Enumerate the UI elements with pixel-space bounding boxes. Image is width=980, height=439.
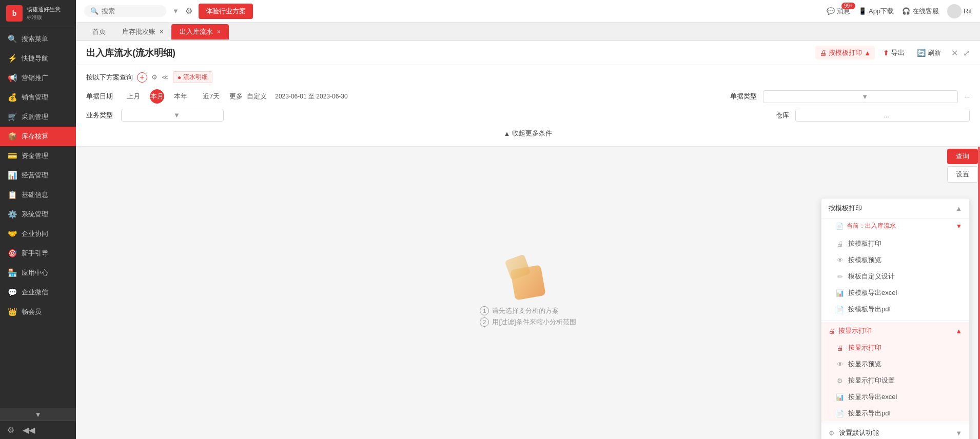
close-stock-flow-tab-icon[interactable]: × xyxy=(217,28,221,35)
collapse-sidebar-icon[interactable]: ◀◀ xyxy=(23,425,35,435)
dropdown-header: 按模板打印 ▲ xyxy=(821,198,969,218)
filter-tag-label: 流水明细 xyxy=(183,73,208,82)
filter-add-button[interactable]: + xyxy=(137,72,147,83)
sidebar-item-marketing[interactable]: 📢 营销推广 xyxy=(0,68,76,88)
display-print-icon: 🖨 xyxy=(829,327,835,335)
tab-stock-flow[interactable]: 出入库流水 × xyxy=(171,24,229,39)
date-custom-link[interactable]: 自定义 xyxy=(247,92,267,101)
business-label: 业务类型 xyxy=(86,111,113,120)
print-arrow-up-icon: ▲ xyxy=(864,49,871,57)
sidebar-item-label: 企业协同 xyxy=(22,229,48,238)
sidebar-item-vip[interactable]: 👑 畅会员 xyxy=(0,302,76,322)
current-template-item[interactable]: 📄 当前：出入库流水 ▼ xyxy=(821,218,969,233)
basics-icon: 📋 xyxy=(7,190,17,199)
username-label: Rit xyxy=(964,7,972,15)
sidebar-item-sales[interactable]: 💰 销售管理 xyxy=(0,88,76,107)
tab-home[interactable]: 首页 xyxy=(84,24,114,39)
sidebar-item-management[interactable]: 📊 经营管理 xyxy=(0,166,76,185)
filter-settings-button[interactable]: 设置 xyxy=(947,166,978,183)
topbar-gear-icon[interactable]: ⚙ xyxy=(185,6,192,16)
excel-display-option[interactable]: 📊 按显示导出excel xyxy=(821,389,969,405)
filter-tag-icon: ● xyxy=(178,74,181,81)
search-icon: 🔍 xyxy=(90,7,99,15)
sidebar-item-purchase[interactable]: 🛒 采购管理 xyxy=(0,107,76,127)
pdf-display-option[interactable]: 📄 按显示导出pdf xyxy=(821,405,969,422)
design-template-option[interactable]: ✏ 模板自定义设计 xyxy=(821,268,969,285)
sidebar-item-inventory[interactable]: 📦 库存核算 xyxy=(0,127,76,146)
sidebar-item-wxwork[interactable]: 💬 企业微信 xyxy=(0,283,76,302)
collapse-conditions-button[interactable]: ▲ 收起更多条件 xyxy=(498,127,559,140)
logo-icon: b xyxy=(6,5,23,22)
type-select-arrow-icon: ▼ xyxy=(861,93,952,101)
filter-business-row: 业务类型 ▼ 仓库 ... xyxy=(86,109,970,122)
preview-display-option[interactable]: 👁 按显示预览 xyxy=(821,356,969,372)
step2-text: 用[过滤]条件来缩小分析范围 xyxy=(492,317,576,327)
warehouse-select[interactable]: ... xyxy=(795,109,970,122)
settings-display-option[interactable]: ⚙ 按显示打印设置 xyxy=(821,372,969,389)
print-display-icon: 🖨 xyxy=(836,344,844,352)
close-inventory-batch-tab-icon[interactable]: × xyxy=(160,28,163,35)
date-btn-this-year[interactable]: 本年 xyxy=(168,90,193,103)
print-template-option[interactable]: 🖨 按模板打印 xyxy=(821,235,969,252)
filter-area: 按以下方案查询 + ⚙ ≪ ● 流水明细 单据日期 上月 本月 本年 近7天 更… xyxy=(76,65,980,147)
export-excel-template-option[interactable]: 📊 按模板导出excel xyxy=(821,285,969,301)
warehouse-more-icon[interactable]: ... xyxy=(884,111,964,119)
company-name: 畅捷通好生意 xyxy=(27,6,61,13)
sidebar-item-collab[interactable]: 🤝 企业协同 xyxy=(0,224,76,244)
print-template-button[interactable]: 🖨 按模板打印 ▲ xyxy=(815,46,875,59)
user-profile[interactable]: Rit xyxy=(947,4,972,18)
filter-settings-icon[interactable]: ⚙ xyxy=(151,73,158,81)
sidebar-item-guide[interactable]: 🎯 新手引导 xyxy=(0,244,76,263)
dropdown-collapse-icon[interactable]: ▲ xyxy=(955,205,962,212)
pdf-template-label: 按模板导出pdf xyxy=(848,305,891,314)
date-more-link[interactable]: 更多 xyxy=(229,92,243,101)
user-avatar xyxy=(947,4,962,18)
sidebar-item-quicknav[interactable]: ⚡ 快捷导航 xyxy=(0,49,76,68)
print-display-option[interactable]: 🖨 按显示打印 xyxy=(821,340,969,356)
export-pdf-template-option[interactable]: 📄 按模板导出pdf xyxy=(821,301,969,317)
preview-template-icon: 👁 xyxy=(836,256,844,264)
expand-panel-icon[interactable]: ⤢ xyxy=(963,48,970,58)
cta-button[interactable]: 体验行业方案 xyxy=(199,4,253,19)
close-panel-icon[interactable]: ✕ xyxy=(951,48,958,58)
inventory-batch-tab-label: 库存批次账 xyxy=(122,27,155,36)
filter-collapse-icon[interactable]: ≪ xyxy=(162,73,169,81)
tab-inventory-batch[interactable]: 库存批次账 × xyxy=(114,24,171,39)
date-btn-last-month[interactable]: 上月 xyxy=(121,90,146,103)
business-select[interactable]: ▼ xyxy=(121,109,224,122)
search-dropdown-icon[interactable]: ▼ xyxy=(172,7,179,15)
query-button[interactable]: 查询 xyxy=(947,149,978,164)
search-input[interactable] xyxy=(102,7,153,15)
settings-bottom-icon[interactable]: ⚙ xyxy=(7,425,14,435)
sidebar-scroll-down[interactable]: ▼ xyxy=(0,408,76,421)
refresh-button[interactable]: 🔄 刷新 xyxy=(913,46,945,59)
display-section-header[interactable]: 🖨 按显示打印 ▲ xyxy=(821,322,969,340)
collapse-label: 收起更多条件 xyxy=(512,129,552,138)
dropdown-title: 按模板打印 xyxy=(829,204,862,213)
message-button[interactable]: 💬 消息 99+ xyxy=(827,7,850,16)
stock-flow-tab-label: 出入库流水 xyxy=(180,27,213,36)
sidebar-item-appcenter[interactable]: 🏪 应用中心 xyxy=(0,263,76,283)
sidebar-item-basics[interactable]: 📋 基础信息 xyxy=(0,185,76,205)
current-template-icon: 📄 xyxy=(836,223,844,230)
filter-type-section: 单据类型 ▼ ··· xyxy=(730,90,970,103)
date-btn-this-month[interactable]: 本月 xyxy=(150,89,164,104)
export-button[interactable]: ⬆ 导出 xyxy=(879,46,909,59)
date-btn-7days[interactable]: 近7天 xyxy=(197,90,225,103)
type-more-icon[interactable]: ··· xyxy=(964,93,970,101)
step2-number: 2 xyxy=(480,317,489,327)
sidebar-item-search[interactable]: 🔍 搜索菜单 xyxy=(0,29,76,49)
system-icon: ⚙️ xyxy=(7,210,17,219)
sidebar-item-finance[interactable]: 💳 资金管理 xyxy=(0,146,76,166)
customer-service-button[interactable]: 🎧 在线客服 xyxy=(902,7,939,16)
preview-template-option[interactable]: 👁 按模板预览 xyxy=(821,252,969,268)
topbar-search-box[interactable]: 🔍 xyxy=(84,5,166,17)
home-tab-label: 首页 xyxy=(92,27,106,36)
filter-date-row: 单据日期 上月 本月 本年 近7天 更多 自定义 2023-06-01 至 20… xyxy=(86,89,970,104)
empty-steps: 1 请先选择要分析的方案 2 用[过滤]条件来缩小分析范围 xyxy=(480,306,576,329)
business-arrow-icon: ▼ xyxy=(173,111,218,119)
type-select[interactable]: ▼ xyxy=(763,90,958,103)
app-download-button[interactable]: 📱 App下载 xyxy=(858,7,894,16)
sidebar-item-system[interactable]: ⚙️ 系统管理 xyxy=(0,205,76,224)
default-function-item[interactable]: ⚙ 设置默认功能 ▼ xyxy=(821,424,969,439)
